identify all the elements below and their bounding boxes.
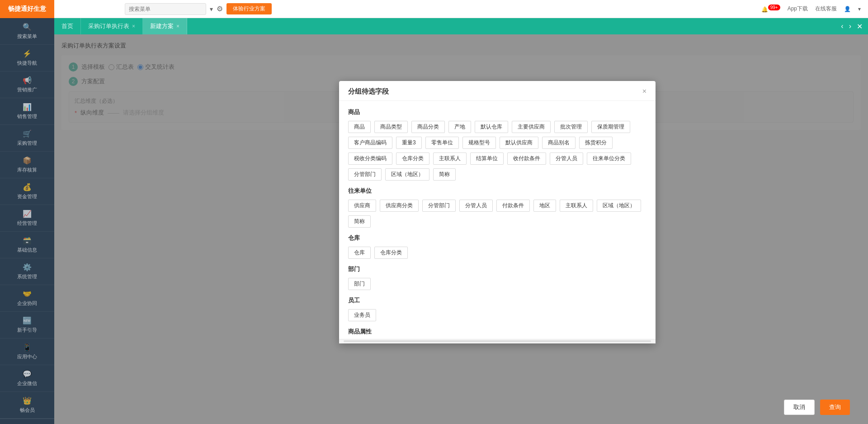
tag-0-0[interactable]: 商品 [348, 121, 371, 133]
tag-0-5[interactable]: 主要供应商 [512, 121, 551, 133]
sidebar-label-7: 经营管理 [17, 220, 37, 227]
field-select-dialog: 分组待选字段 × 商品商品商品类型商品分类产地默认仓库主要供应商批次管理保质期管… [339, 81, 656, 343]
tag-4-0[interactable]: 业务员 [348, 309, 376, 321]
tab-nav-next[interactable]: › [849, 22, 851, 30]
sidebar-item-6[interactable]: 💰 资金管理 [0, 178, 54, 205]
tag-0-21[interactable]: 往来单位分类 [587, 152, 631, 165]
tag-group-4: 业务员 [348, 309, 646, 321]
sidebar-item-11[interactable]: 🆕 新手引导 [0, 312, 54, 338]
tag-0-3[interactable]: 产地 [448, 121, 471, 133]
tag-0-13[interactable]: 商品别名 [542, 137, 576, 149]
tag-1-7[interactable]: 区域（地区） [597, 200, 641, 212]
sidebar-icon-13: 💬 [23, 370, 32, 378]
sidebar-label-2: 营销推广 [17, 86, 37, 93]
tag-0-24[interactable]: 简称 [433, 168, 456, 181]
tag-0-19[interactable]: 收付款条件 [507, 152, 546, 165]
close-icon[interactable]: × [642, 88, 646, 95]
section-title-4: 员工 [348, 296, 646, 305]
confirm-button[interactable]: 查询 [820, 400, 850, 415]
sidebar-label-13: 企业微信 [17, 380, 37, 387]
logo-text: 畅捷通好生意 [8, 5, 46, 13]
sidebar-item-9[interactable]: ⚙️ 系统管理 [0, 258, 54, 285]
search-input[interactable] [125, 3, 206, 15]
sidebar-item-14[interactable]: 👑 畅会员 [0, 392, 54, 419]
tag-group-1: 供应商供应商分类分管部门分管人员付款条件地区主联系人区域（地区）简称 [348, 200, 646, 228]
tag-2-0[interactable]: 仓库 [348, 247, 371, 259]
trial-button[interactable]: 体验行业方案 [226, 3, 272, 14]
tag-0-11[interactable]: 规格型号 [462, 137, 496, 149]
sidebar-label-1: 快捷导航 [17, 60, 37, 67]
tag-0-14[interactable]: 拣货积分 [579, 137, 613, 149]
tag-0-18[interactable]: 结算单位 [470, 152, 504, 165]
sidebar-item-10[interactable]: 🤝 企业协同 [0, 285, 54, 312]
tag-0-4[interactable]: 默认仓库 [475, 121, 508, 133]
tab-close-1[interactable]: × [132, 23, 135, 29]
tag-0-16[interactable]: 仓库分类 [396, 152, 429, 165]
tag-1-1[interactable]: 供应商分类 [380, 200, 419, 212]
tag-0-12[interactable]: 默认供应商 [500, 137, 538, 149]
tag-1-0[interactable]: 供应商 [348, 200, 376, 212]
online-service-link[interactable]: 在线客服 [815, 5, 837, 13]
tag-3-0[interactable]: 部门 [348, 278, 371, 290]
tag-0-15[interactable]: 税收分类编码 [348, 152, 392, 165]
tag-0-17[interactable]: 主联系人 [433, 152, 467, 165]
sidebar-item-12[interactable]: 📱 应用中心 [0, 338, 54, 365]
sidebar-item-8[interactable]: 🗃️ 基础信息 [0, 232, 54, 258]
tag-0-1[interactable]: 商品类型 [374, 121, 408, 133]
user-menu[interactable]: ▾ [858, 6, 861, 12]
tag-0-10[interactable]: 零售单位 [425, 137, 459, 149]
tag-0-6[interactable]: 批次管理 [554, 121, 588, 133]
sidebar-item-5[interactable]: 📦 库存核算 [0, 152, 54, 178]
sidebar-item-2[interactable]: 📢 营销推广 [0, 71, 54, 98]
tag-2-1[interactable]: 仓库分类 [374, 247, 408, 259]
app-download-link[interactable]: App下载 [788, 5, 808, 13]
tag-group-2: 仓库仓库分类 [348, 247, 646, 259]
tab-close-all[interactable]: ✕ [857, 22, 863, 31]
sidebar-icon-3: 📊 [23, 103, 32, 111]
tag-0-8[interactable]: 客户商品编码 [348, 137, 392, 149]
sidebar-item-7[interactable]: 📈 经营管理 [0, 205, 54, 232]
sidebar-icon-1: ⚡ [23, 49, 32, 58]
tab-close-2[interactable]: × [176, 23, 179, 29]
logo[interactable]: 畅捷通好生意 [0, 0, 54, 18]
tag-0-22[interactable]: 分管部门 [348, 168, 382, 181]
tag-0-7[interactable]: 保质期管理 [591, 121, 630, 133]
dialog-body[interactable]: 商品商品商品类型商品分类产地默认仓库主要供应商批次管理保质期管理客户商品编码重量… [339, 101, 656, 339]
sidebar-item-1[interactable]: ⚡ 快捷导航 [0, 45, 54, 71]
tag-0-23[interactable]: 区域（地区） [385, 168, 429, 181]
tab-nav-prev[interactable]: ‹ [841, 22, 843, 30]
tag-group-0: 商品商品类型商品分类产地默认仓库主要供应商批次管理保质期管理客户商品编码重量3零… [348, 121, 646, 181]
sidebar-label-10: 企业协同 [17, 300, 37, 307]
sidebar-item-0[interactable]: 🔍 搜索菜单 [0, 18, 54, 45]
user-avatar[interactable]: 👤 [844, 6, 851, 12]
tag-1-4[interactable]: 付款条件 [496, 200, 530, 212]
tag-1-3[interactable]: 分管人员 [459, 200, 493, 212]
tag-0-9[interactable]: 重量3 [396, 137, 422, 149]
sidebar-item-3[interactable]: 📊 销售管理 [0, 98, 54, 125]
sidebar-item-4[interactable]: 🛒 采购管理 [0, 125, 54, 152]
section-title-0: 商品 [348, 108, 646, 116]
section-title-5: 商品属性 [348, 328, 646, 336]
tag-0-20[interactable]: 分管人员 [550, 152, 583, 165]
section-title-3: 部门 [348, 265, 646, 273]
tab-0[interactable]: 首页 [54, 18, 81, 34]
tab-1[interactable]: 采购订单执行表× [81, 18, 143, 34]
sidebar-icon-12: 📱 [23, 343, 32, 352]
sidebar-label-4: 采购管理 [17, 140, 37, 147]
tag-1-2[interactable]: 分管部门 [422, 200, 456, 212]
sidebar-label-9: 系统管理 [17, 273, 37, 280]
sidebar-label-5: 库存核算 [17, 167, 37, 173]
tag-1-8[interactable]: 简称 [348, 215, 371, 228]
dialog-footer: 取消 查询 [784, 400, 850, 415]
topbar-center: ▾ ⚙ 体验行业方案 [125, 3, 761, 15]
tab-2[interactable]: 新建方案× [143, 18, 187, 34]
dialog-horizontal-scrollbar[interactable] [339, 339, 656, 343]
sidebar-label-12: 应用中心 [17, 353, 37, 360]
tag-0-2[interactable]: 商品分类 [411, 121, 445, 133]
sidebar-item-13[interactable]: 💬 企业微信 [0, 365, 54, 392]
tag-1-6[interactable]: 主联系人 [560, 200, 593, 212]
tag-1-5[interactable]: 地区 [533, 200, 556, 212]
cancel-button[interactable]: 取消 [784, 400, 815, 415]
notification-area[interactable]: 🔔99+ [761, 5, 780, 13]
sidebar-icon-0: 🔍 [23, 23, 32, 31]
